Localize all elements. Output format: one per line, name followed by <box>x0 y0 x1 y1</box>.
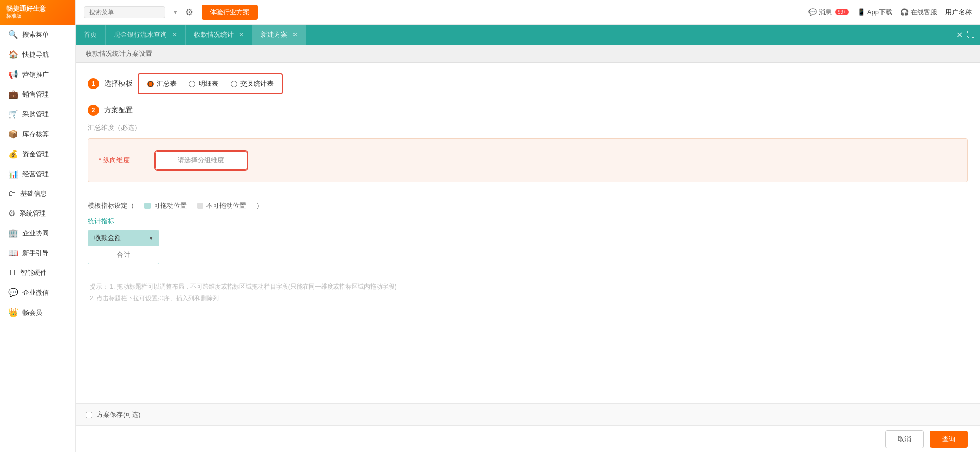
step2-header: 2 方案配置 <box>88 105 968 116</box>
header-actions: 💬 消息 99+ 📱 App下载 🎧 在线客服 用户名称 <box>808 8 972 17</box>
save-checkbox[interactable] <box>86 412 92 418</box>
tab-bar: 首页 现金银行流水查询 ✕ 收款情况统计 ✕ 新建方案 ✕ ✕ ⛶ <box>76 25 980 45</box>
tab-close-all-icon[interactable]: ✕ <box>956 30 963 40</box>
sidebar-item-label: 畅会员 <box>22 308 42 317</box>
top-header: ▾ ⚙ 体验行业方案 💬 消息 99+ 📱 App下载 🎧 在线客服 用户名称 <box>76 0 980 25</box>
dimension-area: * 纵向维度 —— 请选择分组维度 <box>88 138 968 182</box>
hardware-icon: 🖥 <box>8 268 16 277</box>
save-label[interactable]: 方案保存(可选) <box>96 410 141 419</box>
sidebar-item-label: 智能硬件 <box>20 268 47 277</box>
service-action[interactable]: 🎧 在线客服 <box>900 8 937 17</box>
message-action[interactable]: 💬 消息 99+ <box>808 8 849 17</box>
draggable-dot <box>144 203 151 209</box>
sidebar-item-search[interactable]: 🔍 搜索菜单 <box>0 25 75 44</box>
action-bar: 取消 查询 <box>76 425 980 452</box>
tips-section: 提示： 1. 拖动标题栏可以调整布局，不可跨维度或指标区域拖动栏目字段(只能在同… <box>88 276 968 312</box>
metrics-table-header-text: 收款金额 <box>94 233 121 243</box>
tip-1: 提示： 1. 拖动标题栏可以调整布局，不可跨维度或指标区域拖动栏目字段(只能在同… <box>88 282 968 291</box>
sidebar-item-system[interactable]: ⚙ 系统管理 <box>0 203 75 223</box>
sidebar-item-basic[interactable]: 🗂 基础信息 <box>0 184 75 203</box>
template-options: 汇总表 明细表 交叉统计表 <box>138 73 283 94</box>
tab-close-icon[interactable]: ✕ <box>172 31 177 38</box>
gear-icon[interactable]: ⚙ <box>185 7 193 18</box>
sales-icon: 💼 <box>8 89 18 99</box>
tab-label: 首页 <box>84 30 97 39</box>
management-icon: 📊 <box>8 169 18 179</box>
sidebar-item-label: 采购管理 <box>22 110 49 119</box>
step2-section: 2 方案配置 汇总维度（必选） * 纵向维度 —— 请选择分组维度 <box>88 105 968 312</box>
radio-detail[interactable]: 明细表 <box>189 79 218 88</box>
dimension-section-title: 汇总维度（必选） <box>88 123 968 132</box>
sidebar-item-label: 企业微信 <box>22 288 49 297</box>
metrics-dropdown-icon[interactable]: ▾ <box>150 235 153 242</box>
cancel-button[interactable]: 取消 <box>885 430 924 448</box>
legend-close: ） <box>256 201 263 210</box>
purchase-icon: 🛒 <box>8 109 18 119</box>
sidebar-item-inventory[interactable]: 📦 库存核算 <box>0 124 75 144</box>
metrics-table-header: 收款金额 ▾ <box>88 230 159 246</box>
non-draggable-dot <box>197 203 203 209</box>
page-title: 收款情况统计方案设置 <box>86 50 152 57</box>
dimension-select[interactable]: 请选择分组维度 <box>155 151 247 170</box>
radio-summary-label: 汇总表 <box>157 79 177 88</box>
metrics-config: 模板指标设定（ 可拖动位置 不可拖动位置 ） 统计指标 <box>88 193 968 266</box>
sidebar-item-management[interactable]: 📊 经营管理 <box>0 164 75 184</box>
radio-summary-input[interactable] <box>147 81 154 87</box>
sidebar-item-label: 销售管理 <box>22 90 49 99</box>
sidebar-item-label: 系统管理 <box>19 209 46 218</box>
message-label: 消息 <box>819 8 832 17</box>
message-badge: 99+ <box>835 9 849 15</box>
sidebar-item-label: 新手引导 <box>22 249 49 258</box>
system-icon: ⚙ <box>8 208 15 218</box>
sidebar-item-label: 库存核算 <box>22 130 49 139</box>
enterprise-icon: 🏢 <box>8 228 18 238</box>
tab-home[interactable]: 首页 <box>76 25 106 45</box>
sidebar-item-marketing[interactable]: 📢 营销推广 <box>0 64 75 84</box>
tab-new-plan[interactable]: 新建方案 ✕ <box>253 25 306 45</box>
sidebar-item-hardware[interactable]: 🖥 智能硬件 <box>0 263 75 282</box>
legend-non-draggable: 不可拖动位置 <box>197 201 246 210</box>
sidebar-item-member[interactable]: 👑 畅会员 <box>0 302 75 322</box>
tab-close-icon[interactable]: ✕ <box>292 31 298 38</box>
search-input[interactable] <box>84 6 165 18</box>
tab-receivables[interactable]: 收款情况统计 ✕ <box>186 25 253 45</box>
tab-label: 新建方案 <box>261 30 287 39</box>
form-container: 1 选择模板 汇总表 明细表 <box>76 63 980 403</box>
sidebar-item-wechat[interactable]: 💬 企业微信 <box>0 282 75 302</box>
sidebar: 畅捷通好生意 标准版 🔍 搜索菜单 🏠 快捷导航 📢 营销推广 💼 销售管理 🛒… <box>0 0 76 452</box>
trial-button[interactable]: 体验行业方案 <box>202 5 258 20</box>
sidebar-item-label: 营销推广 <box>22 70 49 79</box>
query-button[interactable]: 查询 <box>930 431 968 448</box>
sidebar-item-label: 快捷导航 <box>22 50 49 59</box>
metrics-table: 收款金额 ▾ 合计 <box>88 230 159 264</box>
radio-summary[interactable]: 汇总表 <box>147 79 177 88</box>
user-name[interactable]: 用户名称 <box>945 8 972 17</box>
tab-spacer <box>306 25 951 45</box>
radio-detail-input[interactable] <box>189 81 195 87</box>
sidebar-item-finance[interactable]: 💰 资金管理 <box>0 144 75 164</box>
metrics-header: 模板指标设定（ 可拖动位置 不可拖动位置 ） <box>88 201 968 210</box>
radio-cross-input[interactable] <box>231 81 237 87</box>
dimension-placeholder: 请选择分组维度 <box>178 156 224 165</box>
save-option: 方案保存(可选) <box>76 403 980 425</box>
dimension-title-text: 汇总维度（必选） <box>88 124 141 131</box>
sidebar-item-label: 搜索菜单 <box>22 30 49 39</box>
tab-cashflow[interactable]: 现金银行流水查询 ✕ <box>106 25 186 45</box>
tab-close-icon[interactable]: ✕ <box>239 31 244 38</box>
download-action[interactable]: 📱 App下载 <box>857 8 892 17</box>
step1-title: 选择模板 <box>104 79 133 88</box>
dropdown-icon[interactable]: ▾ <box>174 8 177 16</box>
message-icon: 💬 <box>808 8 817 16</box>
tab-actions: ✕ ⛶ <box>951 25 980 45</box>
search-icon: 🔍 <box>8 30 18 39</box>
radio-cross[interactable]: 交叉统计表 <box>231 79 274 88</box>
sidebar-item-enterprise[interactable]: 🏢 企业协同 <box>0 223 75 243</box>
sidebar-item-sales[interactable]: 💼 销售管理 <box>0 84 75 104</box>
logo-text: 畅捷通好生意 <box>6 5 46 13</box>
tab-expand-icon[interactable]: ⛶ <box>967 30 975 39</box>
sidebar-item-guide[interactable]: 📖 新手引导 <box>0 243 75 263</box>
sidebar-item-nav[interactable]: 🏠 快捷导航 <box>0 44 75 64</box>
step1-section: 1 选择模板 汇总表 明细表 <box>88 73 968 94</box>
metrics-config-title: 模板指标设定（ <box>88 201 134 210</box>
sidebar-item-purchase[interactable]: 🛒 采购管理 <box>0 104 75 124</box>
